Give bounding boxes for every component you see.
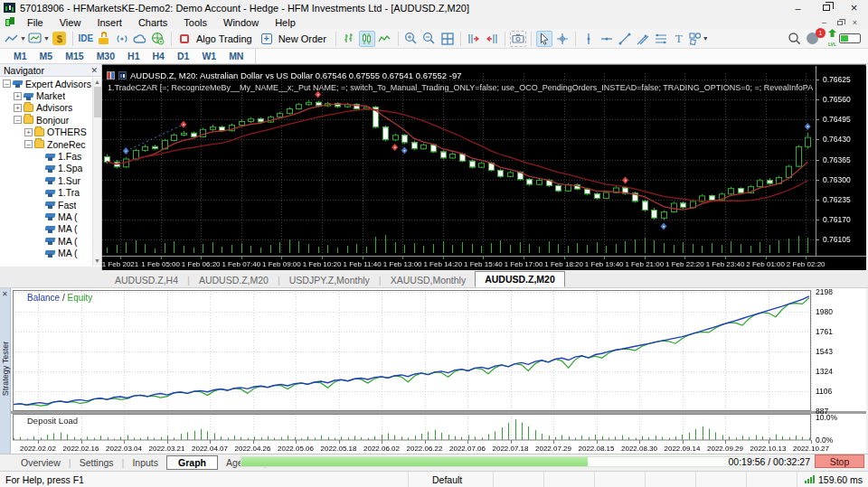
- expand-icon[interactable]: +: [14, 92, 22, 100]
- timeframe-d1[interactable]: D1: [171, 51, 195, 61]
- chart-profile-button[interactable]: ▼: [28, 31, 50, 47]
- timeframe-m5[interactable]: M5: [33, 51, 60, 61]
- algo-trading-label[interactable]: Algo Trading: [196, 33, 252, 44]
- tree-item-market[interactable]: +Market: [0, 89, 92, 101]
- signal-button[interactable]: [114, 31, 130, 47]
- timeframe-m15[interactable]: M15: [59, 51, 90, 61]
- menu-file[interactable]: File: [19, 16, 52, 29]
- community-button[interactable]: [150, 31, 166, 47]
- expand-icon[interactable]: +: [14, 104, 22, 112]
- status-cell: [747, 472, 797, 487]
- close-button[interactable]: ×: [840, 0, 868, 15]
- zoom-out-button[interactable]: [421, 31, 438, 47]
- menu-help[interactable]: Help: [267, 16, 304, 29]
- folder-icon: [24, 104, 33, 112]
- minimize-button[interactable]: –: [784, 0, 812, 15]
- channel-tool-button[interactable]: [635, 31, 651, 47]
- tree-item-1-fas[interactable]: 1.Fas: [0, 150, 92, 162]
- notifications-button[interactable]: 1: [805, 31, 821, 47]
- tester-tab-graph[interactable]: Graph: [166, 455, 218, 470]
- line-chart-mode-button[interactable]: [377, 31, 393, 47]
- tester-tab-settings[interactable]: Settings: [71, 455, 122, 470]
- timeframe-w1[interactable]: W1: [195, 51, 222, 61]
- cloud-button[interactable]: [132, 31, 148, 47]
- navigator-scrollbar[interactable]: ▲ ▼: [92, 78, 101, 266]
- scroll-down-icon[interactable]: ▼: [93, 257, 101, 266]
- market-watch-button[interactable]: $: [52, 31, 68, 47]
- chart-tab-0[interactable]: AUDUSD.Z,H4: [106, 273, 187, 287]
- status-profile[interactable]: Default: [409, 472, 494, 487]
- tester-tab-inputs[interactable]: Inputs: [124, 455, 166, 470]
- collapse-icon[interactable]: –: [3, 80, 11, 88]
- screenshot-button[interactable]: [510, 31, 526, 47]
- restore-button[interactable]: [812, 0, 840, 15]
- timeframe-m1[interactable]: M1: [7, 51, 33, 61]
- tree-item-1-sur[interactable]: 1.Sur: [0, 174, 92, 186]
- tree-item-ma-[interactable]: MA (: [0, 235, 92, 247]
- child-window-controls: – ×: [816, 18, 863, 27]
- chart-tab-1[interactable]: AUDUSD.Z,M20: [190, 273, 278, 287]
- timeframe-m30[interactable]: M30: [90, 51, 121, 61]
- menu-window[interactable]: Window: [215, 16, 267, 29]
- collapse-icon[interactable]: –: [24, 140, 33, 148]
- stop-button[interactable]: Stop: [815, 454, 864, 468]
- expert-advisor-icon: [45, 176, 55, 184]
- tree-item-ma-[interactable]: MA (: [0, 247, 92, 258]
- tester-close-button[interactable]: ✕: [2, 290, 8, 298]
- candlestick-chart-canvas[interactable]: [102, 66, 866, 270]
- shift-end-button[interactable]: [466, 31, 482, 47]
- tree-item-expert-advisors[interactable]: –Expert Advisors: [0, 78, 92, 89]
- tree-item-bonjour[interactable]: –Bonjour: [0, 114, 92, 126]
- timeframe-h4[interactable]: H4: [146, 51, 171, 61]
- algo-trading-button[interactable]: [176, 31, 193, 47]
- timeframe-h1[interactable]: H1: [121, 51, 146, 61]
- lock-button[interactable]: [96, 31, 112, 47]
- chart-tab-4[interactable]: AUDUSD.Z,M20: [475, 271, 565, 287]
- tree-item-ma-[interactable]: MA (: [0, 223, 92, 235]
- trendline-tool-button[interactable]: [617, 31, 633, 47]
- tester-tab-overview[interactable]: Overview: [13, 455, 69, 470]
- vertical-line-tool-button[interactable]: [580, 31, 597, 47]
- fibonacci-tool-button[interactable]: [653, 31, 669, 47]
- child-minimize-button[interactable]: –: [816, 18, 832, 27]
- scroll-up-icon[interactable]: ▲: [93, 78, 101, 87]
- crosshair-tool-button[interactable]: [554, 31, 571, 47]
- bar-chart-mode-button[interactable]: [341, 31, 357, 47]
- scrollbar-thumb[interactable]: [94, 87, 101, 117]
- search-button[interactable]: [787, 31, 803, 47]
- timeframe-mn[interactable]: MN: [222, 51, 250, 61]
- child-restore-button[interactable]: [832, 18, 847, 27]
- new-chart-button[interactable]: ▼: [5, 31, 26, 47]
- navigator-close-button[interactable]: ✕: [90, 66, 98, 75]
- tree-item-ma-[interactable]: MA (: [0, 211, 92, 222]
- chart-profile-caret-icon: ▼: [43, 35, 50, 42]
- auto-scroll-button[interactable]: [484, 31, 500, 47]
- menu-charts[interactable]: Charts: [130, 16, 175, 29]
- tree-item-1-tra[interactable]: 1.Tra: [0, 187, 92, 199]
- expand-icon[interactable]: +: [24, 128, 33, 136]
- ide-button[interactable]: IDE: [78, 31, 94, 47]
- tile-windows-button[interactable]: [439, 31, 456, 47]
- tree-item-advisors[interactable]: +Advisors: [0, 102, 92, 114]
- shapes-tool-button[interactable]: ▼: [689, 31, 709, 47]
- chart-tab-2[interactable]: USDJPY.Z,Monthly: [280, 273, 379, 287]
- chart-tab-3[interactable]: XAUUSD,Monthly: [382, 273, 475, 287]
- tree-item-fast[interactable]: Fast: [0, 199, 92, 211]
- zoom-in-button[interactable]: [403, 31, 420, 47]
- tree-item-others[interactable]: +OTHERS: [0, 126, 92, 138]
- candlestick-mode-button[interactable]: [359, 31, 375, 47]
- tree-item-1-spa[interactable]: 1.Spa: [0, 163, 92, 174]
- menu-view[interactable]: View: [52, 16, 90, 29]
- menu-tools[interactable]: Tools: [175, 16, 215, 29]
- new-order-label[interactable]: New Order: [278, 33, 326, 44]
- collapse-icon[interactable]: –: [14, 116, 22, 124]
- horizontal-line-tool-button[interactable]: [599, 31, 615, 47]
- cursor-tool-button[interactable]: [536, 31, 552, 47]
- menu-insert[interactable]: Insert: [89, 16, 130, 29]
- text-tool-button[interactable]: T: [671, 31, 687, 47]
- tree-item-zonerec[interactable]: –ZoneRec: [0, 138, 92, 150]
- child-close-button[interactable]: ×: [847, 18, 863, 27]
- new-order-button[interactable]: +: [259, 31, 275, 47]
- connection-level[interactable]: LVL: [828, 29, 861, 48]
- tester-graph-canvas[interactable]: [11, 288, 866, 454]
